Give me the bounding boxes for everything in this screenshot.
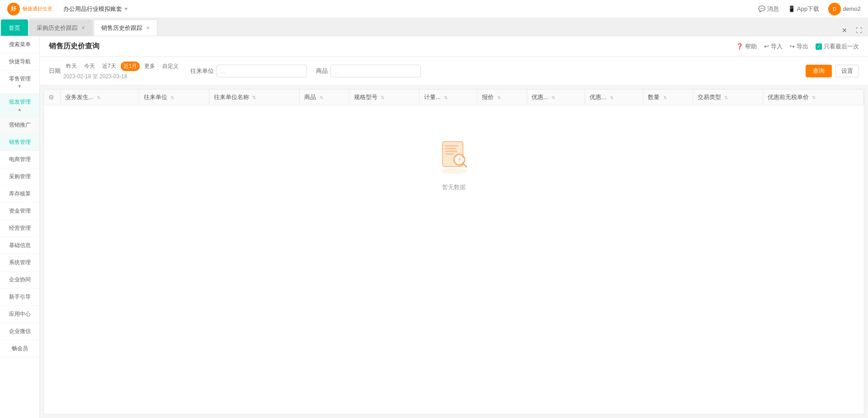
product-input[interactable]: ... — [330, 65, 421, 77]
empty-text: 暂无数据 — [442, 183, 466, 191]
sidebar-item-inventory[interactable]: 库存核算 — [0, 185, 39, 203]
top-bar: 好 畅捷通好生意 办公用品行业模拟账套 ▼ 💬 消息 📱 App下载 D dem… — [0, 0, 868, 18]
col-biz-date[interactable]: 业务发生... ⇅ — [60, 90, 139, 105]
data-table: ⚙ 业务发生... ⇅ 往来单位 ⇅ 往来单位名称 ⇅ — [44, 90, 864, 105]
finance-label: 资金管理 — [9, 207, 31, 215]
filter-bar: 日期 昨天 今天 近7天 近1月 更多 自定义 2023-02-18 至 202… — [40, 57, 868, 86]
ecommerce-label: 电商管理 — [9, 156, 31, 163]
tab-bar-actions: ✕ ⛶ — [835, 25, 868, 36]
help-label: 帮助 — [745, 43, 757, 51]
app-download-button[interactable]: 📱 App下载 — [788, 5, 819, 13]
date-pill-today[interactable]: 今天 — [81, 62, 98, 71]
col-trade-type-label: 交易类型 — [698, 94, 721, 100]
help-button[interactable]: ❓ 帮助 — [736, 43, 757, 51]
date-pill-custom[interactable]: 自定义 — [160, 62, 181, 71]
only-last-checkbox[interactable]: ✓ — [816, 43, 822, 50]
setting-button[interactable]: 设置 — [835, 65, 859, 77]
product-filter-group: 商品 ... — [316, 65, 421, 77]
page-actions: ❓ 帮助 ↩ 导入 ↪ 导出 ✓ 只看最后一次 — [736, 43, 859, 51]
only-last-label: 只看最后一次 — [824, 43, 859, 51]
app-selector[interactable]: 办公用品行业模拟账套 ▼ — [63, 5, 128, 13]
import-button[interactable]: ↩ 导入 — [764, 43, 783, 51]
date-pill-last1month[interactable]: 近1月 — [121, 62, 140, 71]
user-avatar-area[interactable]: D demo2 — [828, 3, 861, 15]
product-input-dots: ... — [335, 68, 340, 75]
sidebar-item-finance[interactable]: 资金管理 — [0, 203, 39, 220]
logo-text: 畅捷通好生意 — [23, 6, 52, 12]
tab-purchase-history-close[interactable]: ✕ — [81, 25, 85, 30]
tab-purchase-history[interactable]: 采购历史价跟踪 ✕ — [29, 19, 93, 36]
tab-home-label: 首页 — [9, 24, 20, 32]
col-discount2[interactable]: 优惠... ⇅ — [585, 90, 643, 105]
sort-icon: ⇅ — [812, 95, 816, 100]
basic-info-label: 基础信息 — [9, 242, 31, 249]
col-unit[interactable]: 计量... ⇅ — [419, 90, 477, 105]
close-tab-action[interactable]: ✕ — [839, 25, 850, 36]
sidebar-item-enterprise-wechat[interactable]: 企业微信 — [0, 323, 39, 340]
col-biz-date-label: 业务发生... — [65, 94, 94, 100]
sort-icon: ⇅ — [724, 95, 728, 100]
sidebar-item-member[interactable]: 畅会员 — [0, 340, 39, 357]
page-title: 销售历史价查询 — [49, 42, 99, 51]
sort-icon: ⇅ — [663, 95, 667, 100]
col-partner-name[interactable]: 往来单位名称 ⇅ — [209, 90, 300, 105]
svg-rect-3 — [445, 148, 456, 149]
sidebar-item-search-menu[interactable]: 搜索菜单 — [0, 36, 39, 53]
date-pill-last7days[interactable]: 近7天 — [99, 62, 119, 71]
col-unit-label: 计量... — [424, 94, 441, 100]
col-partner-name-label: 往来单位名称 — [214, 94, 249, 100]
supplier-input[interactable]: ... — [217, 65, 307, 77]
col-quoted-price[interactable]: 报价 ⇅ — [477, 90, 527, 105]
col-quantity[interactable]: 数量 ⇅ — [643, 90, 693, 105]
date-pill-yesterday[interactable]: 昨天 — [63, 62, 80, 71]
sidebar-item-new-guide[interactable]: 新手引导 — [0, 289, 39, 306]
col-discount1[interactable]: 优惠... ⇅ — [527, 90, 585, 105]
sidebar-item-wholesale-mgmt[interactable]: 批发管理 ▲ — [0, 94, 39, 117]
sidebar-item-operations[interactable]: 经营管理 — [0, 220, 39, 237]
sort-icon: ⇅ — [252, 95, 256, 100]
col-spec[interactable]: 规格型号 ⇅ — [349, 90, 419, 105]
sidebar-item-basic-info[interactable]: 基础信息 — [0, 237, 39, 254]
date-pill-more[interactable]: 更多 — [142, 62, 158, 71]
maximize-action[interactable]: ⛶ — [854, 25, 864, 36]
sidebar-item-system-mgmt[interactable]: 系统管理 — [0, 254, 39, 271]
query-button[interactable]: 查询 — [806, 65, 832, 77]
sidebar-item-enterprise-collab[interactable]: 企业协同 — [0, 271, 39, 289]
purchase-mgmt-label: 采购管理 — [9, 173, 31, 180]
sort-icon: ⇅ — [381, 95, 384, 100]
only-last-checkbox-area[interactable]: ✓ 只看最后一次 — [816, 43, 859, 51]
sidebar-item-sales-mgmt[interactable]: 销售管理 — [0, 134, 39, 151]
wholesale-mgmt-label: 批发管理 — [9, 98, 31, 106]
col-discount2-label: 优惠... — [590, 94, 606, 100]
tab-home[interactable]: 首页 — [1, 19, 28, 36]
logo-icon: 好 — [7, 3, 20, 15]
tab-sales-history[interactable]: 销售历史价跟踪 ✕ — [94, 19, 157, 36]
sidebar-item-marketing[interactable]: 营销推广 — [0, 117, 39, 134]
settings-icon[interactable]: ⚙ — [48, 94, 54, 101]
sidebar-item-quick-nav[interactable]: 快捷导航 — [0, 53, 39, 71]
export-label: 导出 — [797, 43, 808, 51]
app-name: 办公用品行业模拟账套 — [63, 5, 122, 13]
export-button[interactable]: ↪ 导出 — [790, 43, 808, 51]
svg-text:?: ? — [458, 158, 461, 163]
col-product[interactable]: 商品 ⇅ — [300, 90, 349, 105]
col-pretax-price[interactable]: 优惠前无税单价 ⇅ — [763, 90, 863, 105]
message-button[interactable]: 💬 消息 — [758, 5, 779, 13]
empty-illustration: ? — [431, 133, 476, 178]
col-trade-type[interactable]: 交易类型 ⇅ — [693, 90, 763, 105]
supplier-filter-group: 往来单位 ... — [190, 65, 307, 77]
tab-sales-history-close[interactable]: ✕ — [146, 25, 150, 30]
col-spec-label: 规格型号 — [354, 94, 377, 100]
sidebar-item-retail-mgmt[interactable]: 零售管理 ▼ — [0, 71, 39, 94]
col-partner-code[interactable]: 往来单位 ⇅ — [139, 90, 209, 105]
tab-sales-history-label: 销售历史价跟踪 — [101, 24, 142, 32]
logo-area: 好 畅捷通好生意 — [7, 3, 52, 15]
sidebar-item-ecommerce[interactable]: 电商管理 — [0, 151, 39, 168]
sidebar-item-purchase-mgmt[interactable]: 采购管理 — [0, 168, 39, 185]
sidebar: 搜索菜单 快捷导航 零售管理 ▼ 批发管理 ▲ 营销推广 销售管理 电商管理 采… — [0, 36, 40, 418]
sidebar-item-app-center[interactable]: 应用中心 — [0, 306, 39, 323]
import-icon: ↩ — [764, 43, 769, 50]
export-icon: ↪ — [790, 43, 795, 50]
table-settings-col-header[interactable]: ⚙ — [44, 90, 60, 105]
sort-icon: ⇅ — [444, 95, 448, 100]
